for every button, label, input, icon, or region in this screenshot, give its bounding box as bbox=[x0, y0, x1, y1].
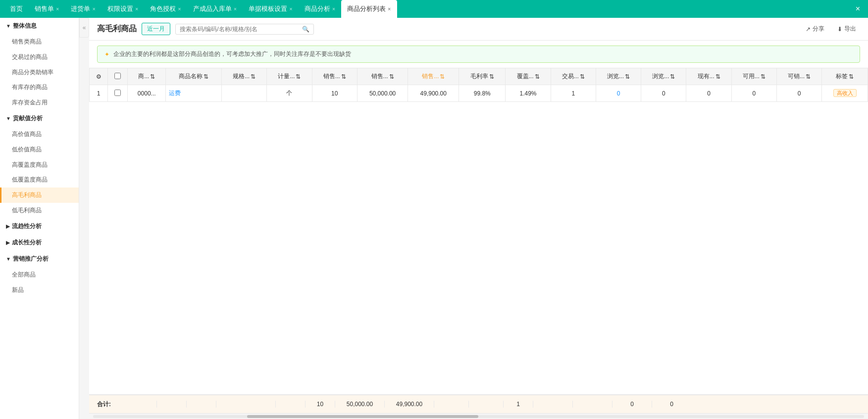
cell-saleable: 0 bbox=[776, 85, 821, 102]
export-icon: ⬇ bbox=[837, 26, 842, 33]
search-icon[interactable]: 🔍 bbox=[302, 26, 309, 33]
nav-product-in-close[interactable]: × bbox=[234, 0, 237, 18]
row-checkbox[interactable] bbox=[114, 90, 121, 96]
col-tag[interactable]: 标签 ⇅ bbox=[822, 68, 868, 85]
col-saleable[interactable]: 可销... ⇅ bbox=[776, 68, 821, 85]
sort-icon-view2[interactable]: ⇅ bbox=[670, 73, 675, 80]
sidebar-item-new-goods[interactable]: 新品 bbox=[0, 282, 79, 298]
sidebar-item-high-coverage[interactable]: 高覆盖度商品 bbox=[0, 157, 79, 173]
footer-spacer8 bbox=[572, 401, 612, 408]
sort-icon-sale-profit[interactable]: ⇅ bbox=[440, 73, 445, 80]
nav-role[interactable]: 角色授权 × bbox=[144, 0, 187, 18]
col-gross-rate[interactable]: 毛利率 ⇅ bbox=[459, 68, 506, 85]
settings-icon[interactable]: ⚙ bbox=[96, 73, 102, 80]
sort-icon-saleable[interactable]: ⇅ bbox=[806, 73, 811, 80]
col-name[interactable]: 商品名称 ⇅ bbox=[166, 68, 222, 85]
sidebar-item-low-value[interactable]: 低价值商品 bbox=[0, 142, 79, 157]
sort-icon-transaction[interactable]: ⇅ bbox=[580, 73, 585, 80]
cell-coverage: 1.49% bbox=[506, 85, 551, 102]
sidebar-item-low-margin[interactable]: 低毛利商品 bbox=[0, 203, 79, 218]
col-unit[interactable]: 计量... ⇅ bbox=[267, 68, 312, 85]
nav-role-close[interactable]: × bbox=[178, 0, 181, 18]
nav-template[interactable]: 单据模板设置 × bbox=[243, 0, 298, 18]
cell-name[interactable]: 运费 bbox=[166, 85, 222, 102]
search-input[interactable] bbox=[180, 26, 302, 33]
col-current[interactable]: 现有... ⇅ bbox=[686, 68, 731, 85]
sort-icon-sale-qty[interactable]: ⇅ bbox=[341, 73, 346, 80]
content-area: 高毛利商品 近一月 🔍 ↗ 分享 ⬇ 导出 ✦ 企业的主要的利润都是这部分商品创… bbox=[89, 18, 868, 419]
sidebar-group-contribution[interactable]: ▼ 贡献值分析 bbox=[0, 110, 79, 127]
sort-icon-name[interactable]: ⇅ bbox=[204, 73, 208, 80]
sidebar-item-high-value[interactable]: 高价值商品 bbox=[0, 127, 79, 142]
col-checkbox[interactable] bbox=[108, 68, 128, 85]
nav-analysis-list[interactable]: 商品分析列表 × bbox=[341, 0, 397, 18]
col-sale-qty[interactable]: 销售... ⇅ bbox=[312, 68, 357, 85]
col-view1[interactable]: 浏览... ⇅ bbox=[596, 68, 641, 85]
sidebar-item-stocked-goods[interactable]: 有库存的商品 bbox=[0, 80, 79, 95]
nav-sales-close[interactable]: × bbox=[56, 0, 59, 18]
cell-checkbox[interactable] bbox=[108, 85, 128, 102]
scrollbar-track[interactable] bbox=[93, 415, 864, 418]
table-row[interactable]: 1 0000... 运费 个 10 50,000.00 49,900.00 99… bbox=[90, 85, 868, 102]
col-sale-profit[interactable]: 销售... ⇅ bbox=[408, 68, 459, 85]
nav-product-in[interactable]: 产成品入库单 × bbox=[187, 0, 243, 18]
col-spec[interactable]: 规格... ⇅ bbox=[222, 68, 267, 85]
sort-icon-available[interactable]: ⇅ bbox=[761, 73, 766, 80]
filter-recent-month-button[interactable]: 近一月 bbox=[142, 23, 170, 35]
window-close-button[interactable]: × bbox=[852, 4, 864, 13]
sidebar-item-category-rate[interactable]: 商品分类助销率 bbox=[0, 65, 79, 80]
sort-icon-view1[interactable]: ⇅ bbox=[625, 73, 630, 80]
cell-view1[interactable]: 0 bbox=[596, 85, 641, 102]
sort-icon-code[interactable]: ⇅ bbox=[150, 73, 155, 80]
col-settings[interactable]: ⚙ bbox=[90, 68, 108, 85]
cell-code: 0000... bbox=[128, 85, 166, 102]
hint-icon: ✦ bbox=[104, 51, 109, 58]
sidebar-item-high-margin[interactable]: 高毛利商品 bbox=[0, 187, 79, 203]
sidebar-item-stock-capital[interactable]: 库存资金占用 bbox=[0, 95, 79, 110]
nav-home[interactable]: 首页 bbox=[4, 0, 29, 18]
footer-spacer1 bbox=[156, 401, 186, 408]
share-button[interactable]: ↗ 分享 bbox=[802, 23, 828, 35]
table-wrapper[interactable]: ⚙ 商... ⇅ 商品名称 ⇅ 规格... ⇅ 计量... ⇅ 销售... ⇅ … bbox=[89, 68, 868, 394]
nav-template-close[interactable]: × bbox=[289, 0, 292, 18]
sidebar-item-traded-goods[interactable]: 交易过的商品 bbox=[0, 49, 79, 65]
sidebar-item-sales-goods[interactable]: 销售类商品 bbox=[0, 34, 79, 49]
page-title: 高毛利商品 bbox=[97, 24, 137, 34]
sidebar-group-marketing[interactable]: ▼ 营销推广分析 bbox=[0, 251, 79, 267]
footer-spacer3 bbox=[216, 401, 275, 408]
sort-icon-gross[interactable]: ⇅ bbox=[489, 73, 494, 80]
col-transaction[interactable]: 交易... ⇅ bbox=[551, 68, 596, 85]
select-all-checkbox[interactable] bbox=[114, 73, 121, 79]
export-button[interactable]: ⬇ 导出 bbox=[833, 23, 860, 35]
nav-purchase[interactable]: 进货单 × bbox=[65, 0, 101, 18]
sidebar-item-low-coverage[interactable]: 低覆盖度商品 bbox=[0, 172, 79, 187]
nav-permission-close[interactable]: × bbox=[135, 0, 138, 18]
sidebar-group-overall[interactable]: ▼ 整体信息 bbox=[0, 18, 79, 34]
nav-analysis-list-close[interactable]: × bbox=[388, 0, 391, 18]
nav-purchase-close[interactable]: × bbox=[92, 0, 95, 18]
scrollbar-thumb[interactable] bbox=[247, 415, 478, 418]
cell-transaction: 1 bbox=[551, 85, 596, 102]
sort-icon-current[interactable]: ⇅ bbox=[715, 73, 720, 80]
sort-icon-sale-amt[interactable]: ⇅ bbox=[389, 73, 394, 80]
sort-icon-coverage[interactable]: ⇅ bbox=[535, 73, 540, 80]
sidebar-group-growth[interactable]: ▶ 成长性分析 bbox=[0, 234, 79, 251]
col-available[interactable]: 可用... ⇅ bbox=[731, 68, 776, 85]
sort-icon-spec[interactable]: ⇅ bbox=[251, 73, 255, 80]
search-box: 🔍 bbox=[175, 24, 314, 35]
sort-icon-tag[interactable]: ⇅ bbox=[849, 73, 854, 80]
nav-analysis[interactable]: 商品分析 × bbox=[299, 0, 341, 18]
nav-sales[interactable]: 销售单 × bbox=[29, 0, 65, 18]
sort-icon-unit[interactable]: ⇅ bbox=[296, 73, 301, 80]
col-coverage[interactable]: 覆盖... ⇅ bbox=[506, 68, 551, 85]
horizontal-scrollbar[interactable] bbox=[89, 413, 868, 419]
sidebar-item-all-goods[interactable]: 全部商品 bbox=[0, 267, 79, 282]
nav-permission[interactable]: 权限设置 × bbox=[102, 0, 144, 18]
sidebar-collapse-button[interactable]: « bbox=[79, 18, 89, 38]
nav-analysis-close[interactable]: × bbox=[332, 0, 335, 18]
col-code[interactable]: 商... ⇅ bbox=[128, 68, 166, 85]
col-sale-amt[interactable]: 销售... ⇅ bbox=[357, 68, 408, 85]
sidebar-group-trend[interactable]: ▶ 流趋性分析 bbox=[0, 218, 79, 234]
group-overall-arrow: ▼ bbox=[6, 23, 11, 29]
col-view2[interactable]: 浏览... ⇅ bbox=[641, 68, 686, 85]
